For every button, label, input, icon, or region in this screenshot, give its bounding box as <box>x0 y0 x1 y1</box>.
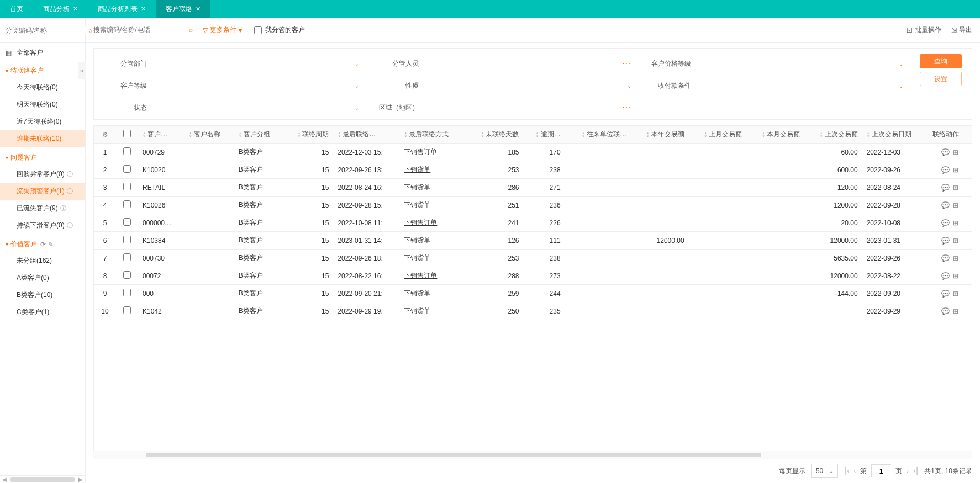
filter-price-level-select[interactable]: ⌄ <box>697 56 907 71</box>
table-row[interactable]: 4K10026B类客户152022-09-28 15:下销货单251236120… <box>94 197 972 214</box>
more-conditions-button[interactable]: ▽ 更多条件 ▾ <box>203 25 244 35</box>
row-checkbox[interactable] <box>123 200 131 208</box>
cell-last-way[interactable]: 下销货单 <box>399 232 465 250</box>
column-header[interactable]: ▲▼客户分组 <box>234 126 284 144</box>
column-header[interactable]: ▲▼上次交易额 <box>804 126 862 144</box>
qr-icon[interactable]: ⊞ <box>953 219 958 227</box>
column-header[interactable]: ▲▼逾期… <box>523 126 565 144</box>
cell-last-way[interactable]: 下销货单 <box>399 197 465 214</box>
qr-icon[interactable]: ⊞ <box>953 166 958 174</box>
column-header[interactable]: ▲▼客户… <box>138 126 185 144</box>
query-button[interactable]: 查询 <box>920 54 962 68</box>
sort-icon[interactable]: ▲▼ <box>481 131 484 138</box>
column-header[interactable]: ▲▼往来单位联… <box>565 126 631 144</box>
pager-next-icon[interactable]: › <box>907 467 909 475</box>
sidebar-item[interactable]: 明天待联络(0) <box>0 96 85 113</box>
table-row[interactable]: 7000730B类客户152022-09-26 18:下销货单253238563… <box>94 250 972 267</box>
sidebar-section-header[interactable]: ▾问题客户 <box>0 147 85 166</box>
tab-1[interactable]: 商品分析✕ <box>33 0 88 18</box>
search-icon[interactable]: ⌕ <box>88 26 92 34</box>
cell-last-way[interactable]: 下销货单 <box>399 285 465 302</box>
chat-icon[interactable]: 💬 <box>941 219 950 227</box>
filter-dept-select[interactable]: ⌄ <box>152 56 362 71</box>
sidebar-item[interactable]: C类客户(1) <box>0 304 85 321</box>
cell-last-way[interactable]: 下销货单 <box>399 161 465 179</box>
sidebar-item[interactable]: 未分组(162) <box>0 252 85 269</box>
filter-cust-level-select[interactable]: ⌄ <box>152 78 362 93</box>
row-checkbox[interactable] <box>123 253 131 261</box>
sidebar-item[interactable]: 近7天待联络(0) <box>0 113 85 130</box>
table-row[interactable]: 6K10384B类客户152023-01-31 14:下销货单126111120… <box>94 232 972 250</box>
qr-icon[interactable]: ⊞ <box>953 307 958 315</box>
close-icon[interactable]: ✕ <box>141 6 146 13</box>
sort-icon[interactable]: ▲▼ <box>646 131 650 138</box>
page-number-input[interactable] <box>871 464 891 477</box>
scroll-thumb[interactable] <box>10 477 75 482</box>
column-header[interactable]: ▲▼本年交易额 <box>631 126 689 144</box>
scroll-left-icon[interactable]: ◀ <box>2 476 7 482</box>
row-checkbox[interactable] <box>123 306 131 314</box>
scroll-thumb[interactable] <box>146 453 761 457</box>
sort-icon[interactable]: ▲▼ <box>536 131 539 138</box>
settings-button[interactable]: 设置 <box>920 72 962 86</box>
sidebar-hscroll[interactable]: ◀ ▶ <box>0 475 85 483</box>
help-icon[interactable]: ⓘ <box>60 205 66 211</box>
table-row[interactable]: 10K1042B类客户152022-09-29 19:下销货单250235202… <box>94 302 972 320</box>
row-checkbox[interactable] <box>123 165 131 173</box>
table-hscroll[interactable] <box>93 451 972 459</box>
sort-icon[interactable]: ▲▼ <box>762 131 765 138</box>
help-icon[interactable]: ⓘ <box>67 222 73 229</box>
sidebar-item[interactable]: 持续下滑客户(0)ⓘ <box>0 217 85 234</box>
filter-person-select[interactable]: ··· <box>424 56 634 71</box>
sort-icon[interactable]: ▲▼ <box>404 131 407 138</box>
column-header[interactable]: ▲▼上次交易日期 <box>862 126 928 144</box>
qr-icon[interactable]: ⊞ <box>953 184 958 192</box>
chat-icon[interactable]: 💬 <box>941 237 950 245</box>
chat-icon[interactable]: 💬 <box>941 272 950 280</box>
collapse-sidebar-icon[interactable]: « <box>78 62 86 79</box>
table-row[interactable]: 2K10020B类客户152022-09-26 13:下销货单253238600… <box>94 161 972 179</box>
row-checkbox[interactable] <box>123 183 131 190</box>
qr-icon[interactable]: ⊞ <box>953 290 958 298</box>
filter-pay-cond-select[interactable]: ⌄ <box>697 78 907 93</box>
tab-3[interactable]: 客户联络✕ <box>156 0 210 18</box>
cell-last-way[interactable]: 下销货单 <box>399 250 465 267</box>
sidebar-item[interactable]: 已流失客户(9)ⓘ <box>0 200 85 217</box>
sidebar-section-header[interactable]: ▾待联络客户 <box>0 61 85 79</box>
edit-icon[interactable]: ✎ <box>48 241 54 248</box>
help-icon[interactable]: ⓘ <box>67 171 73 177</box>
tab-0[interactable]: 首页 <box>0 0 33 18</box>
scroll-right-icon[interactable]: ▶ <box>78 476 83 482</box>
table-row[interactable]: 5000000…B类客户152022-10-08 11:下销售订单2412262… <box>94 214 972 232</box>
filter-nature-select[interactable]: ⌄ <box>424 78 634 93</box>
close-icon[interactable]: ✕ <box>73 6 78 13</box>
sidebar-search-input[interactable] <box>6 26 88 34</box>
filter-region-select[interactable]: ··· <box>424 100 634 115</box>
refresh-icon[interactable]: ⟳ <box>40 241 46 248</box>
sort-icon[interactable]: ▲▼ <box>820 131 823 138</box>
chat-icon[interactable]: 💬 <box>941 201 950 209</box>
qr-icon[interactable]: ⊞ <box>953 237 958 245</box>
chat-icon[interactable]: 💬 <box>941 184 950 192</box>
gear-icon[interactable]: ⚙ <box>102 131 108 139</box>
chat-icon[interactable]: 💬 <box>941 254 950 262</box>
row-checkbox[interactable] <box>123 147 131 155</box>
pager-first-icon[interactable]: ⎮‹ <box>844 467 849 475</box>
sidebar-item[interactable]: 流失预警客户(1)ⓘ <box>0 183 85 200</box>
column-header[interactable]: ▲▼联络周期 <box>284 126 334 144</box>
sort-icon[interactable]: ▲▼ <box>704 131 707 138</box>
sort-icon[interactable]: ▲▼ <box>239 131 242 138</box>
column-header[interactable]: ▲▼客户名称 <box>185 126 234 144</box>
table-row[interactable]: 9000B类客户152022-09-20 21:下销货单259244-144.0… <box>94 285 972 302</box>
qr-icon[interactable]: ⊞ <box>953 148 958 156</box>
sort-icon[interactable]: ▲▼ <box>143 131 146 138</box>
my-customers-checkbox[interactable]: 我分管的客户 <box>254 25 305 35</box>
row-checkbox[interactable] <box>123 236 131 243</box>
pager-last-icon[interactable]: ›⎮ <box>913 467 919 475</box>
qr-icon[interactable]: ⊞ <box>953 272 958 280</box>
sidebar-item[interactable]: 今天待联络(0) <box>0 79 85 96</box>
page-size-select[interactable]: 50 ⌄ <box>811 464 838 478</box>
select-all-checkbox[interactable] <box>123 130 131 137</box>
table-row[interactable]: 800072B类客户152022-08-22 16:下销售订单288273120… <box>94 267 972 285</box>
export-button[interactable]: ⇲ 导出 <box>951 25 972 35</box>
